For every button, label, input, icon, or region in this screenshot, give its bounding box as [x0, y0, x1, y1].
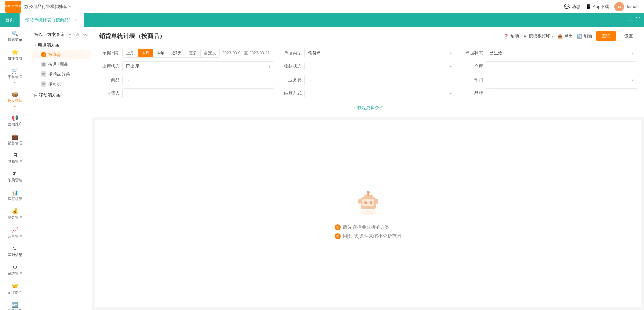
empty-state: ① 请先选择要分析的方案 ② 用[过滤]条件来缩小分析范围 [95, 120, 641, 307]
sidebar-item-finance[interactable]: 💰 资金管理 [0, 205, 30, 223]
sidebar-item-ecommerce[interactable]: 🖥 电商管理 [0, 149, 30, 167]
refresh-btn[interactable]: 🔄 刷新 [577, 33, 592, 39]
collectstatus-select[interactable]: ▾ [304, 63, 456, 70]
help-btn[interactable]: ❓ 帮助 [503, 33, 519, 39]
receiver-dots: ··· [125, 91, 129, 96]
outstatus-select[interactable]: 已出库 ▾ [122, 61, 274, 71]
export-btn[interactable]: 📤 导出 [557, 33, 573, 39]
tree-parent-mobile[interactable]: ▶ 移动端方案 [30, 90, 92, 100]
collectstatus-filter: 收款状态 ▾ [281, 63, 456, 70]
outstatus-chevron: ▾ [269, 65, 270, 68]
sidebar-search-label: 搜索菜单 [8, 37, 22, 42]
print-btn[interactable]: 🖨 按模板打印 ▾ [523, 33, 553, 39]
sidebar-guide-label: 新手引导 [8, 309, 22, 310]
tree-child-by-driver[interactable]: 图 按司机 [32, 79, 91, 89]
docstatus-select[interactable]: 已生效 ▾ [486, 48, 637, 58]
avatar: Ea [614, 2, 624, 11]
tab-minimize-btn[interactable]: — [627, 17, 633, 23]
sidebar-item-system[interactable]: ⚙ 系统管理 [0, 261, 30, 279]
sidebar-item-management[interactable]: 📈 经营管理 [0, 223, 30, 242]
salesperson-filter: 业务员 ··· [281, 75, 456, 85]
sidebar-basic-label: 基础信息 [8, 252, 22, 257]
query-btn[interactable]: 查询 [596, 31, 616, 41]
tree-parent-label-mobile: 移动端方案 [39, 92, 61, 98]
panel-add-btn[interactable]: + [67, 32, 73, 38]
sidebar-item-search[interactable]: 🔍 搜索菜单 [0, 27, 30, 46]
date-pill-more[interactable]: 更多 [185, 49, 201, 57]
date-pill-custom[interactable]: 自定义 [201, 49, 219, 57]
sidebar-item-guide[interactable]: 🆕 新手引导 [0, 298, 30, 310]
tab-sales-stats[interactable]: 销货单统计表（按商品） × [20, 13, 84, 27]
management-icon: 📈 [12, 227, 18, 233]
date-pill-this-year[interactable]: 本年 [153, 49, 168, 57]
empty-tip-2: ② 用[过滤]条件来缩小分析范围 [335, 233, 402, 239]
panel-collapse-btn[interactable]: ≪ [82, 32, 88, 38]
panel-settings-btn[interactable]: ⊙ [74, 32, 80, 38]
svg-rect-5 [358, 199, 361, 204]
sidebar-item-sales[interactable]: 💼 销售管理 [0, 130, 30, 149]
by-category-icon: 图 [41, 71, 46, 77]
sidebar-item-retail[interactable]: 🛒 零售管理 ▾ [0, 64, 30, 88]
tab-close-btn[interactable]: × [75, 17, 78, 23]
nav-section-wholesale: 📦 批发管理 ▴ [0, 88, 30, 111]
salesperson-input[interactable]: ··· [304, 75, 456, 85]
by-goods-label: 按商品 [48, 52, 61, 58]
tree-chevron-mobile: ▶ [34, 93, 37, 97]
app-download-btn[interactable]: 📱 App下载 [586, 4, 609, 10]
payment-select[interactable]: ▾ [304, 90, 456, 97]
payment-label: 结算方式 [281, 90, 304, 96]
dept-chevron: ▾ [632, 78, 634, 82]
tree-parent-desktop[interactable]: ▾ 电脑端方案 [30, 40, 92, 50]
message-icon: 💬 [564, 4, 570, 10]
filter-row-4: 收货人 ··· 结算方式 ▾ 品牌 ··· [99, 88, 637, 98]
date-pill-prev-month[interactable]: 上月 [123, 49, 138, 57]
goods-dots: ··· [125, 78, 129, 83]
date-label: 单据日期 [99, 50, 122, 56]
tab-expand-btn[interactable]: ⛶ [635, 17, 641, 23]
sidebar-item-enterprise[interactable]: 🤝 企业协同 [0, 279, 30, 298]
tab-home[interactable]: 首页 [0, 13, 20, 27]
export-label: 导出 [564, 33, 573, 39]
sidebar-item-inventory[interactable]: 📊 库存核算 [0, 186, 30, 205]
date-pill-this-month[interactable]: 本月 [138, 49, 153, 57]
tree-child-by-category[interactable]: 图 按商品分类 [32, 69, 91, 79]
date-pills: 上月 本月 本年 近7天 更多 自定义 [122, 49, 220, 58]
collapse-icon: ∧ [353, 105, 356, 110]
sidebar-item-quicknav[interactable]: ⭐ 快捷导航 [0, 46, 30, 64]
goods-label: 商品 [99, 77, 122, 83]
tabbar: 首页 销货单统计表（按商品） × — ⛶ [0, 13, 644, 27]
receiver-input[interactable]: ··· [122, 88, 274, 98]
basic-icon: 🗂 [12, 246, 18, 252]
dept-filter: 部门 ▾ [462, 76, 637, 84]
date-pill-7days[interactable]: 近7天 [168, 49, 185, 57]
brand-input[interactable]: ··· [486, 88, 637, 98]
tab-actions: — ⛶ [624, 13, 644, 27]
sidebar-retail-label: 零售管理 [8, 75, 22, 80]
collapse-btn[interactable]: ∧ 收起更多条件 [99, 102, 637, 113]
user-menu[interactable]: Ea demo2 [614, 2, 639, 11]
refresh-icon: 🔄 [577, 34, 582, 39]
sidebar-item-marketing[interactable]: 📢 营销推广 [0, 111, 30, 130]
sidebar-item-purchase[interactable]: 🛍 采购管理 [0, 167, 30, 186]
dept-select[interactable]: ▾ [486, 76, 637, 84]
doctype-filter: 单据类型 销货单 ▾ [281, 48, 456, 58]
warehouse-filter: 仓库 ··· [462, 61, 637, 71]
industry-selector[interactable]: 办公用品行业模拟账套 ▾ [24, 4, 71, 10]
payment-filter: 结算方式 ▾ [281, 90, 456, 97]
message-label: 消息 [572, 4, 580, 10]
message-btn[interactable]: 💬 消息 [564, 4, 580, 10]
date-range-text: 2023-03-01 至 2023-03-31 [222, 50, 270, 56]
sidebar-item-wholesale[interactable]: 📦 批发管理 ▴ [0, 88, 30, 111]
svg-point-3 [364, 201, 367, 204]
sidebar-item-basic[interactable]: 🗂 基础信息 [0, 242, 30, 261]
sidebar-finance-label: 资金管理 [8, 215, 22, 220]
doctype-select[interactable]: 销货单 ▾ [304, 48, 456, 58]
tree-child-by-month-goods[interactable]: 图 按月+商品 [32, 60, 91, 69]
brand-label: 品牌 [462, 90, 486, 96]
guide-icon: 🆕 [12, 302, 18, 308]
settings-btn[interactable]: 设置 [620, 31, 637, 41]
goods-input[interactable]: ··· [122, 75, 274, 85]
warehouse-input[interactable]: ··· [486, 61, 637, 71]
filter-row-3: 商品 ··· 业务员 ··· 部门 ▾ [99, 75, 637, 85]
tree-child-by-goods[interactable]: 按 按商品 [32, 50, 91, 59]
